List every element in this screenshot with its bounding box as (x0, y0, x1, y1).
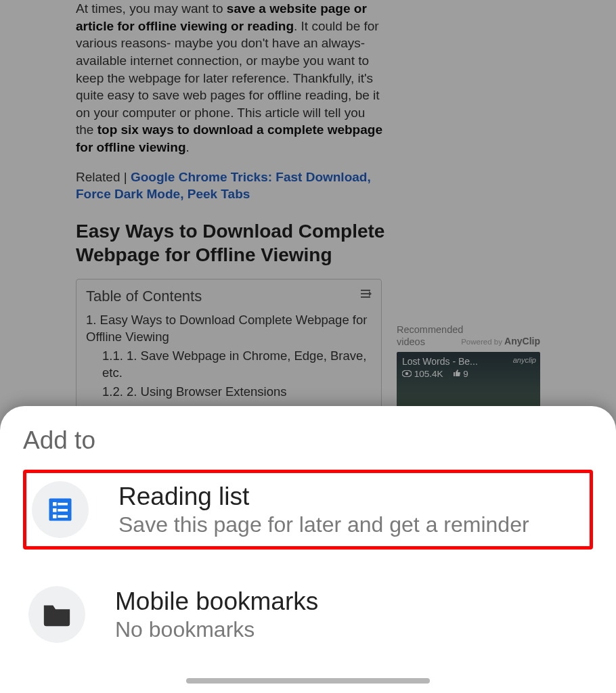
option-reading-list[interactable]: Reading list Save this page for later an… (23, 470, 593, 550)
option-subtitle: No bookmarks (115, 617, 588, 642)
option-text: Reading list Save this page for later an… (118, 483, 584, 537)
svg-rect-10 (53, 514, 57, 518)
option-text: Mobile bookmarks No bookmarks (115, 587, 588, 642)
svg-rect-11 (58, 515, 68, 518)
option-title: Reading list (118, 483, 584, 511)
add-to-sheet: Add to Reading list Save this page for l… (0, 406, 616, 693)
svg-rect-6 (53, 502, 57, 506)
gesture-handle[interactable] (186, 678, 430, 684)
folder-icon (28, 586, 85, 643)
option-subtitle: Save this page for later and get a remin… (118, 512, 584, 537)
reading-list-icon (32, 481, 89, 538)
sheet-title: Add to (23, 426, 593, 455)
svg-rect-8 (53, 508, 57, 512)
svg-rect-9 (58, 509, 68, 512)
svg-rect-7 (58, 503, 68, 506)
option-title: Mobile bookmarks (115, 587, 588, 616)
option-mobile-bookmarks[interactable]: Mobile bookmarks No bookmarks (23, 573, 593, 656)
